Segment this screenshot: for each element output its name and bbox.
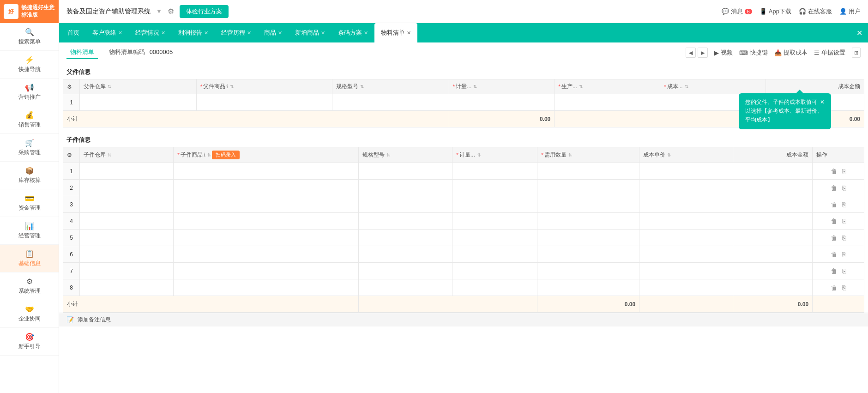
parent-cell-unit-1[interactable]: [449, 94, 555, 111]
child-cell-unit-5[interactable]: [452, 230, 537, 246]
child-cell-unit-cost-8[interactable]: [639, 279, 733, 296]
nav-tab-close-6[interactable]: ✕: [321, 30, 325, 36]
extract-cost-item[interactable]: 📥 提取成本: [774, 48, 808, 57]
nav-tab-6[interactable]: 新增商品✕: [289, 23, 332, 42]
child-cell-qty-3[interactable]: [537, 196, 639, 213]
child-cell-warehouse-1[interactable]: [80, 163, 174, 180]
nav-tab-close-4[interactable]: ✕: [247, 30, 251, 36]
parent-cell-spec-1[interactable]: [332, 94, 449, 111]
prev-btn[interactable]: ◀: [686, 48, 696, 58]
single-settings-item[interactable]: ☰ 单据设置: [814, 48, 845, 57]
child-cell-unit-cost-2[interactable]: [639, 180, 733, 196]
child-cell-unit-6[interactable]: [452, 246, 537, 263]
user-item[interactable]: 👤 用户: [839, 7, 861, 16]
child-cell-warehouse-7[interactable]: [80, 263, 174, 279]
copy-btn-2[interactable]: ⎘: [840, 183, 848, 193]
child-cell-warehouse-5[interactable]: [80, 230, 174, 246]
nav-tab-close-3[interactable]: ✕: [204, 30, 208, 36]
child-cell-unit-4[interactable]: [452, 213, 537, 230]
nav-tab-2[interactable]: 经营情况✕: [129, 23, 172, 42]
nav-tab-close-7[interactable]: ✕: [364, 30, 368, 36]
child-cell-warehouse-3[interactable]: [80, 196, 174, 213]
expand-btn[interactable]: ⊞: [852, 48, 861, 58]
child-cell-qty-8[interactable]: [537, 279, 639, 296]
sidebar-item-9[interactable]: ⚙系统管理: [0, 272, 59, 300]
sidebar-item-6[interactable]: 💳资金管理: [0, 189, 59, 217]
child-cell-unit-cost-4[interactable]: [639, 213, 733, 230]
child-cell-product-8[interactable]: [174, 279, 359, 296]
child-cell-qty-1[interactable]: [537, 163, 639, 180]
sidebar-item-8[interactable]: 📋基础信息: [0, 245, 59, 272]
sub-tab-code[interactable]: 物料清单编码 0000005: [105, 46, 176, 59]
child-cell-spec-1[interactable]: [358, 163, 452, 180]
dropdown-arrow-icon[interactable]: ▼: [156, 8, 162, 15]
child-cell-warehouse-6[interactable]: [80, 246, 174, 263]
child-cell-qty-4[interactable]: [537, 213, 639, 230]
sidebar-item-1[interactable]: ⚡快捷导航: [0, 51, 59, 79]
child-cell-product-2[interactable]: [174, 180, 359, 196]
child-cell-warehouse-2[interactable]: [80, 180, 174, 196]
child-cell-product-7[interactable]: [174, 263, 359, 279]
parent-cell-mfg-1[interactable]: [555, 94, 660, 111]
sidebar-item-0[interactable]: 🔍搜索菜单: [0, 23, 59, 51]
child-cell-qty-5[interactable]: [537, 230, 639, 246]
delete-btn-4[interactable]: 🗑: [829, 217, 839, 226]
nav-tab-close-1[interactable]: ✕: [118, 30, 122, 36]
nav-tabs-close-btn[interactable]: ✕: [853, 29, 866, 37]
sidebar-item-5[interactable]: 📦库存核算: [0, 162, 59, 189]
child-cell-product-5[interactable]: [174, 230, 359, 246]
parent-cell-warehouse-1[interactable]: [80, 94, 197, 111]
delete-btn-6[interactable]: 🗑: [829, 250, 839, 259]
child-cell-unit-8[interactable]: [452, 279, 537, 296]
sidebar-item-10[interactable]: 🤝企业协同: [0, 300, 59, 328]
child-cell-spec-4[interactable]: [358, 213, 452, 230]
delete-btn-3[interactable]: 🗑: [829, 200, 839, 209]
view-item[interactable]: ▶ 视频: [714, 48, 733, 57]
child-cell-product-3[interactable]: [174, 196, 359, 213]
child-cell-spec-7[interactable]: [358, 263, 452, 279]
child-cell-unit-cost-1[interactable]: [639, 163, 733, 180]
experience-btn[interactable]: 体验行业方案: [180, 5, 229, 18]
delete-btn-7[interactable]: 🗑: [829, 266, 839, 276]
child-cell-spec-5[interactable]: [358, 230, 452, 246]
nav-tab-7[interactable]: 条码方案✕: [332, 23, 374, 42]
child-cell-qty-2[interactable]: [537, 180, 639, 196]
shortcut-item[interactable]: ⌨ 快捷键: [739, 48, 768, 57]
copy-btn-6[interactable]: ⎘: [840, 250, 848, 259]
child-cell-unit-cost-3[interactable]: [639, 196, 733, 213]
sidebar-item-7[interactable]: 📊经营管理: [0, 217, 59, 245]
child-cell-product-1[interactable]: [174, 163, 359, 180]
child-cell-qty-6[interactable]: [537, 246, 639, 263]
sidebar-item-2[interactable]: 📢营销推广: [0, 79, 59, 106]
delete-btn-2[interactable]: 🗑: [829, 183, 839, 193]
app-download-item[interactable]: 📱 App下载: [760, 7, 791, 16]
child-cell-unit-cost-6[interactable]: [639, 246, 733, 263]
child-cell-unit-1[interactable]: [452, 163, 537, 180]
copy-btn-4[interactable]: ⎘: [840, 217, 848, 226]
child-cell-warehouse-4[interactable]: [80, 213, 174, 230]
delete-btn-5[interactable]: 🗑: [829, 233, 839, 242]
settings-icon[interactable]: ⚙: [168, 7, 174, 16]
nav-tab-close-2[interactable]: ✕: [161, 30, 165, 36]
sub-tab-bill-of-materials[interactable]: 物料清单: [66, 46, 98, 59]
copy-btn-3[interactable]: ⎘: [840, 200, 848, 209]
delete-btn-1[interactable]: 🗑: [829, 167, 839, 176]
copy-btn-8[interactable]: ⎘: [840, 283, 848, 292]
message-item[interactable]: 💬 消息 6: [722, 7, 752, 16]
nav-tab-1[interactable]: 客户联络✕: [86, 23, 129, 42]
child-th-settings[interactable]: ⚙: [63, 147, 80, 163]
child-cell-spec-3[interactable]: [358, 196, 452, 213]
delete-btn-8[interactable]: 🗑: [829, 283, 839, 292]
child-cell-unit-cost-5[interactable]: [639, 230, 733, 246]
child-cell-product-6[interactable]: [174, 246, 359, 263]
copy-btn-1[interactable]: ⎘: [840, 167, 848, 176]
parent-cell-product-1[interactable]: [196, 94, 332, 111]
nav-tab-3[interactable]: 利润报告✕: [172, 23, 215, 42]
scan-badge[interactable]: 扫码录入: [212, 151, 240, 159]
nav-tab-close-8[interactable]: ✕: [407, 30, 411, 36]
nav-tab-8[interactable]: 物料清单✕: [374, 23, 417, 42]
child-cell-qty-7[interactable]: [537, 263, 639, 279]
child-cell-product-4[interactable]: [174, 213, 359, 230]
sidebar-item-3[interactable]: 💰销售管理: [0, 106, 59, 134]
child-cell-unit-7[interactable]: [452, 263, 537, 279]
